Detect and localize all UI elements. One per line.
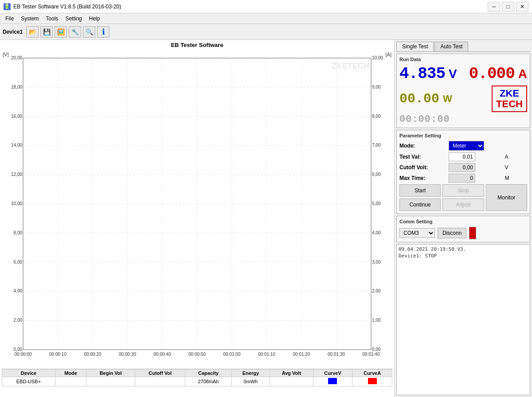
voltage-unit: V [449, 67, 457, 81]
menu-file[interactable]: File [2, 15, 17, 23]
power-time-row: 00.00 W ZKE TECH [399, 86, 527, 112]
power-value: 00.00 [399, 91, 439, 106]
image-button[interactable]: 🖼️ [55, 26, 67, 38]
cell-device: EBD-USB+ [2, 377, 55, 386]
curvev-swatch [328, 378, 337, 384]
com-port-select[interactable]: COM3 COM1 COM2 COM4 [399, 228, 435, 238]
menu-help[interactable]: Help [86, 15, 104, 23]
start-button[interactable]: Start [399, 184, 441, 197]
maxtime-label: Max Time: [399, 175, 446, 181]
testval-label: Test Val: [399, 154, 446, 160]
col-mode: Mode [55, 370, 86, 377]
run-data-section: Run Data 4.835 V 0.000 A 00.00 W ZKE TEC… [396, 54, 530, 128]
disconnect-button[interactable]: Disconn [438, 228, 466, 238]
device-label: Device1 [3, 29, 23, 35]
col-curvea: CurveA [352, 370, 392, 377]
table-row: EBD-USB+ 2708mAh 0mWh [2, 377, 392, 386]
menu-bar: File System Tools Setting Help [0, 13, 532, 24]
param-grid: Mode: Meter Charge Discharge Test Val: A… [399, 141, 527, 183]
close-button[interactable]: ✕ [516, 2, 528, 12]
status-table: Device Mode Begin Vol Cutoff Vol Capacit… [2, 369, 392, 395]
save-button[interactable]: 💾 [40, 26, 53, 38]
app-icon: 🔋 [4, 3, 11, 10]
comm-label: Comm Setting [399, 219, 527, 224]
minimize-button[interactable]: ─ [488, 2, 500, 12]
action-buttons: Start Stop Monitor Continue Adjust [399, 184, 527, 211]
tech-text: TECH [496, 99, 523, 109]
testval-unit: A [505, 154, 527, 160]
cutoff-unit: V [505, 164, 527, 171]
run-data-label: Run Data [399, 57, 527, 62]
comm-row: COM3 COM1 COM2 COM4 Disconn [399, 227, 527, 239]
cell-cutoff-vol [135, 377, 185, 386]
info-button[interactable]: ℹ [97, 26, 110, 38]
menu-setting[interactable]: Setting [62, 15, 85, 23]
settings-button[interactable]: 🔧 [69, 26, 81, 38]
toolbar: Device1 📂 💾 🖼️ 🔧 🔍 ℹ [0, 24, 532, 40]
current-value: 0.000 [469, 65, 515, 83]
parameter-setting-section: Parameter Setting Mode: Meter Charge Dis… [396, 130, 530, 214]
maxtime-input[interactable] [449, 174, 475, 183]
tab-bar: Single Test Auto Test [396, 42, 530, 52]
adjust-button[interactable]: Adjust [442, 198, 484, 211]
title-bar: 🔋 EB Tester Software V1.8.5 (Build 2016-… [0, 0, 532, 13]
cell-mode [55, 377, 86, 386]
maxtime-unit: M [505, 175, 527, 181]
log-area: 09.04.2021 20:19:50 V3. Device1: STOP [396, 244, 530, 395]
cutoff-label: Cutoff Volt: [399, 164, 446, 171]
zke-logo: ZKE TECH [492, 86, 527, 112]
mode-select[interactable]: Meter Charge Discharge [449, 141, 484, 151]
search-button[interactable]: 🔍 [83, 26, 95, 38]
monitor-button[interactable]: Monitor [486, 184, 527, 211]
cutoff-input[interactable] [449, 163, 475, 172]
maximize-button[interactable]: □ [502, 2, 514, 12]
cell-curvea [352, 377, 392, 386]
col-begin-vol: Begin Vol [86, 370, 135, 377]
stop-button[interactable]: Stop [442, 184, 484, 197]
col-curvev: CurveV [313, 370, 352, 377]
tab-auto-test[interactable]: Auto Test [434, 42, 468, 51]
chart-canvas [2, 49, 392, 363]
testval-input[interactable] [449, 152, 475, 161]
cell-begin-vol [86, 377, 135, 386]
zke-text: ZKE [496, 88, 523, 99]
col-cutoff-vol: Cutoff Vol [135, 370, 185, 377]
app-title: EB Tester Software V1.8.5 (Build 2016-03… [13, 4, 121, 10]
voltage-current-row: 4.835 V 0.000 A [399, 65, 527, 83]
chart-title: EB Tester Software [2, 42, 392, 48]
cell-energy: 0mWh [231, 377, 270, 386]
chart-area: EB Tester Software Device Mode Begin Vol… [0, 40, 395, 397]
cell-avg-volt [270, 377, 313, 386]
col-energy: Energy [231, 370, 270, 377]
power-unit: W [443, 93, 452, 105]
curvea-swatch [368, 378, 377, 384]
col-avg-volt: Avg Volt [270, 370, 313, 377]
log-line-2: Device1: STOP [399, 253, 528, 259]
tab-single-test[interactable]: Single Test [396, 42, 434, 51]
param-label: Parameter Setting [399, 133, 527, 138]
continue-button[interactable]: Continue [399, 198, 441, 211]
right-panel: Single Test Auto Test Run Data 4.835 V 0… [395, 40, 532, 397]
voltage-value: 4.835 [399, 65, 445, 83]
mode-label: Mode: [399, 143, 446, 149]
menu-system[interactable]: System [17, 15, 42, 23]
current-unit: A [518, 67, 527, 81]
col-device: Device [2, 370, 55, 377]
open-button[interactable]: 📂 [26, 26, 39, 38]
comm-setting-section: Comm Setting COM3 COM1 COM2 COM4 Disconn [396, 216, 530, 242]
cell-curvev [313, 377, 352, 386]
col-capacity: Capacity [185, 370, 232, 377]
window-controls[interactable]: ─ □ ✕ [488, 2, 528, 12]
log-line-1: 09.04.2021 20:19:50 V3. [399, 246, 528, 252]
cell-capacity: 2708mAh [185, 377, 232, 386]
time-value: 00:00:00 [399, 114, 450, 125]
connection-indicator [469, 227, 476, 239]
main-layout: EB Tester Software Device Mode Begin Vol… [0, 40, 532, 397]
menu-tools[interactable]: Tools [42, 15, 62, 23]
